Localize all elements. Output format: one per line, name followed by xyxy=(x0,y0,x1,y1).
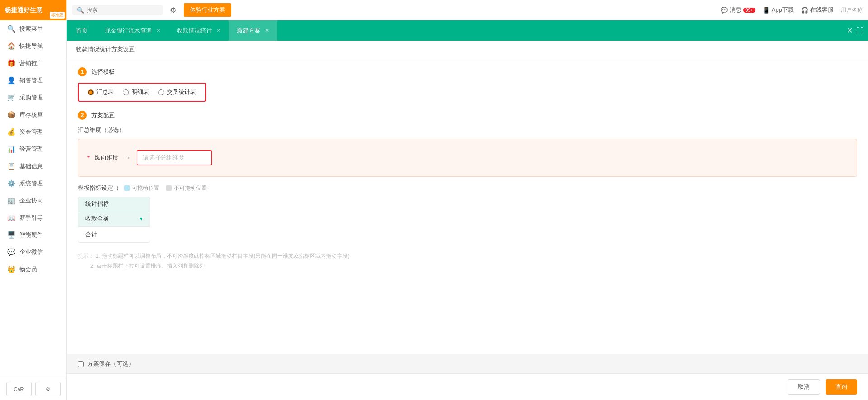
radio-cross[interactable]: 交叉统计表 xyxy=(158,88,196,96)
service-icon: 🎧 xyxy=(801,7,808,14)
search-icon: 🔍 xyxy=(77,7,84,14)
tab-collection-stats-label: 收款情况统计 xyxy=(177,27,212,35)
dim-asterisk: * xyxy=(87,155,90,161)
sidebar-item-inventory[interactable]: 📦 库存核算 xyxy=(0,106,66,123)
dim-select-box[interactable]: 请选择分组维度 xyxy=(137,150,212,165)
sidebar-item-enterprise[interactable]: 🏢 企业协同 xyxy=(0,192,66,209)
box-icon: 📦 xyxy=(7,111,16,119)
sidebar-item-label: 经营管理 xyxy=(19,145,43,153)
sidebar-item-label: 智能硬件 xyxy=(19,231,43,239)
tips-line1: 1. 拖动标题栏可以调整布局，不可跨维度或指标区域拖动栏目字段(只能在同一维度或… xyxy=(95,253,349,259)
sidebar-item-smart-hardware[interactable]: 🖥️ 智能硬件 xyxy=(0,226,66,244)
service-label: 在线客服 xyxy=(810,6,834,14)
dim-vertical-label: 纵向维度 xyxy=(95,154,118,162)
dimension-label: 汇总维度（必选） xyxy=(78,126,857,134)
step1-header: 1 选择模板 xyxy=(78,67,857,76)
sidebar-item-finance[interactable]: 💰 资金管理 xyxy=(0,123,66,141)
chevron-down-icon[interactable]: ▾ xyxy=(140,216,142,222)
sidebar: 畅捷通好生意 标准版 🔍 搜索菜单 🏠 快捷导航 🎁 营销推广 👤 销售管理 🛒… xyxy=(0,0,67,400)
tab-new-plan-label: 新建方案 xyxy=(237,27,260,35)
indicator-table: 统计指标 收款金额 ▾ 合计 xyxy=(78,197,150,243)
sidebar-item-label: 采购管理 xyxy=(19,94,43,102)
tab-new-plan-close-icon[interactable]: ✕ xyxy=(265,28,269,33)
indicator-legend: 可拖动位置 不可拖动位置） xyxy=(124,184,212,192)
tab-collection-stats[interactable]: 收款情况统计 ✕ xyxy=(169,20,229,41)
sidebar-item-label: 营销推广 xyxy=(19,59,43,67)
message-badge: 99+ xyxy=(743,8,755,13)
sidebar-item-label: 资金管理 xyxy=(19,128,43,136)
step2-title: 方案配置 xyxy=(91,111,115,119)
save-checkbox[interactable] xyxy=(78,361,84,367)
search-menu-icon: 🔍 xyxy=(7,25,16,33)
sidebar-item-system[interactable]: ⚙️ 系统管理 xyxy=(0,175,66,192)
gift-icon: 🎁 xyxy=(7,59,16,67)
tab-home[interactable]: 首页 xyxy=(67,20,97,41)
sidebar-item-purchase[interactable]: 🛒 采购管理 xyxy=(0,89,66,106)
indicator-subtotal: 合计 xyxy=(78,226,150,242)
chart-icon: 📊 xyxy=(7,145,16,153)
sidebar-item-member[interactable]: 👑 畅会员 xyxy=(0,261,66,278)
search-input[interactable] xyxy=(87,7,150,13)
search-box[interactable]: 🔍 xyxy=(72,5,163,15)
topbar-right: 💬 消息 99+ 📱 App下载 🎧 在线客服 用户名称 xyxy=(721,6,863,14)
save-label: 方案保存（可选） xyxy=(87,360,134,368)
radio-summary-label: 汇总表 xyxy=(96,88,114,96)
user-icon: 👤 xyxy=(7,76,16,85)
maximize-icon[interactable]: ⛶ xyxy=(856,27,863,35)
message-icon: 💬 xyxy=(721,7,728,14)
sidebar-item-quick-nav[interactable]: 🏠 快捷导航 xyxy=(0,38,66,55)
close-window-icon[interactable]: ✕ xyxy=(847,26,853,35)
sidebar-bottom-btn-2[interactable]: ⚙ xyxy=(35,382,61,396)
step2-header: 2 方案配置 xyxy=(78,111,857,120)
sidebar-item-basic-info[interactable]: 📋 基础信息 xyxy=(0,158,66,175)
tab-cash-flow[interactable]: 现金银行流水查询 ✕ xyxy=(97,20,169,41)
sidebar-bottom-btn-2-icon: ⚙ xyxy=(46,386,50,392)
step1-section: 1 选择模板 汇总表 明细表 交叉统计表 xyxy=(78,67,857,102)
sidebar-item-marketing[interactable]: 🎁 营销推广 xyxy=(0,55,66,72)
message-button[interactable]: 💬 消息 99+ xyxy=(721,6,755,14)
sidebar-item-search-menu[interactable]: 🔍 搜索菜单 xyxy=(0,20,66,38)
radio-detail[interactable]: 明细表 xyxy=(123,88,149,96)
step2-section: 2 方案配置 汇总维度（必选） * 纵向维度 → 请选择分组维度 xyxy=(78,111,857,271)
sidebar-item-label: 企业协同 xyxy=(19,197,43,205)
logo-badge: 标准版 xyxy=(50,12,65,19)
tips-line2: 2. 点击标题栏下拉可设置排序、插入列和删除列 xyxy=(90,263,205,269)
indicator-cell-1[interactable]: 收款金额 ▾ xyxy=(78,211,150,226)
home-icon: 🏠 xyxy=(7,42,16,50)
radio-summary[interactable]: 汇总表 xyxy=(88,88,114,96)
tab-collection-stats-close-icon[interactable]: ✕ xyxy=(217,28,221,33)
radio-cross-input[interactable] xyxy=(158,89,164,95)
sidebar-item-wechat[interactable]: 💬 企业微信 xyxy=(0,244,66,261)
industry-plan-button[interactable]: 体验行业方案 xyxy=(184,3,231,17)
tab-new-plan[interactable]: 新建方案 ✕ xyxy=(229,20,277,41)
sidebar-item-sales[interactable]: 👤 销售管理 xyxy=(0,72,66,89)
sidebar-logo: 畅捷通好生意 标准版 xyxy=(0,0,66,20)
sidebar-item-operation[interactable]: 📊 经营管理 xyxy=(0,141,66,158)
cancel-button[interactable]: 取消 xyxy=(788,379,820,395)
gear-settings-icon[interactable]: ⚙ xyxy=(170,6,176,14)
sidebar-item-label: 系统管理 xyxy=(19,179,43,188)
sidebar-item-guide[interactable]: 📖 新手引导 xyxy=(0,209,66,226)
page-header: 收款情况统计方案设置 xyxy=(67,41,868,58)
online-service-button[interactable]: 🎧 在线客服 xyxy=(801,6,834,14)
query-button[interactable]: 查询 xyxy=(826,379,857,395)
cart-icon: 🛒 xyxy=(7,94,16,102)
radio-detail-input[interactable] xyxy=(123,89,129,95)
monitor-icon: 🖥️ xyxy=(7,231,16,239)
sidebar-item-label: 搜索菜单 xyxy=(19,25,43,33)
app-download-label: App下载 xyxy=(772,6,794,14)
radio-summary-input[interactable] xyxy=(88,89,94,95)
step2-num: 2 xyxy=(78,111,87,120)
legend-draggable: 可拖动位置 xyxy=(124,184,159,192)
tab-cash-flow-close-icon[interactable]: ✕ xyxy=(156,28,160,33)
sidebar-bottom: CaR ⚙ xyxy=(0,378,66,400)
dim-row: * 纵向维度 → 请选择分组维度 xyxy=(87,150,212,165)
tips-label: 提示： xyxy=(78,253,94,259)
bottom-bar: 取消 查询 xyxy=(67,373,868,400)
app-download-button[interactable]: 📱 App下载 xyxy=(763,6,794,14)
sidebar-bottom-btn-1[interactable]: CaR xyxy=(6,382,32,396)
step1-title: 选择模板 xyxy=(91,68,115,76)
sidebar-item-label: 库存核算 xyxy=(19,111,43,119)
indicator-cell-1-label: 收款金额 xyxy=(85,215,109,223)
username-display: 用户名称 xyxy=(841,6,863,14)
